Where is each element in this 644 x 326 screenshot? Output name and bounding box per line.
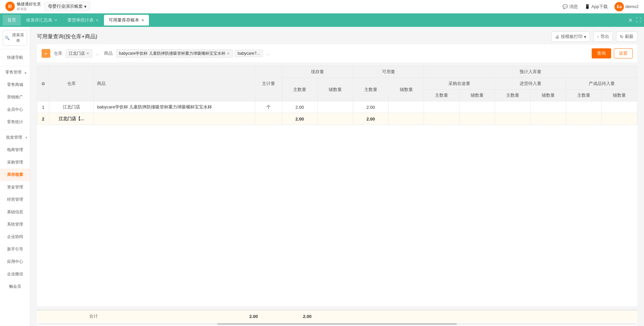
sidebar-item-ecommerce-label: 电商管理 [3,147,27,153]
tab-inventory-label: 可用量库存账本 [109,17,139,23]
th-unit: 主计量 [255,66,282,101]
sidebar-item-batch[interactable]: 批发管理 ▾ [0,131,30,144]
sidebar-item-system-label: 系统管理 [3,222,27,227]
store-name: 母婴行业演示账套 [48,3,83,9]
sidebar-item-retail[interactable]: 零售管理 ▲ [0,66,30,79]
refresh-label: 刷新 [625,34,634,40]
product-tag-1-close-icon[interactable]: ✕ [227,51,230,56]
top-bar-left: 好 畅捷通好生意 标准版 母婴行业演示账套 ▾ [5,2,90,11]
footer-avail-main: 2.00 [294,314,321,319]
filter-toggle-button[interactable]: » [42,49,50,58]
td-index-2: 2 [37,113,49,125]
tab-bar: 首页 收发存汇总表 ✕ 要货单统计表 ✕ 可用量库存账本 ✕ ✕ ⛶ [0,13,644,27]
settings-button[interactable]: 设置 [614,48,633,58]
tab-inventory[interactable]: 可用量库存账本 ✕ [104,15,149,26]
product-filter-dots[interactable]: ... [265,51,271,56]
message-btn[interactable]: 💬 消息 [562,4,578,10]
query-button[interactable]: 查询 [592,48,611,58]
sidebar-divider-1 [0,130,30,130]
tab-home[interactable]: 首页 [3,15,21,26]
sidebar-item-newguide[interactable]: 新手引导 [0,243,30,255]
sidebar-item-basic[interactable]: 基础信息 [0,206,30,218]
sidebar-item-retail-shop[interactable]: 零售商城 [0,79,30,91]
table-row: 2 江北门店【... 2.00 2.00 [37,113,637,125]
sidebar-item-ecommerce[interactable]: 电商管理 [0,144,30,156]
tab-collect[interactable]: 收发存汇总表 ✕ [21,15,62,26]
tab-bar-actions: ✕ ⛶ [628,17,641,24]
quick-nav-label: 快捷导航 [7,55,23,60]
close-window-icon[interactable]: ✕ [628,17,633,24]
td-warehouse-2: 江北门店【... [49,113,94,125]
th-finished-main: 主数量 [566,90,602,101]
product-tag-2[interactable]: babycare?... [235,50,263,57]
refresh-button[interactable]: ↻ 刷新 [616,32,637,42]
print-icon: 🖨 [555,34,559,39]
product-filter-label: 商品 [104,50,113,56]
td-warehouse-1: 江北门店 [49,101,94,113]
sidebar-item-finance[interactable]: 资金管理 [0,181,30,193]
tab-inventory-close-icon[interactable]: ✕ [141,18,144,22]
sidebar-item-purchase[interactable]: 采购管理 [0,156,30,169]
sidebar-section: 零售管理 ▲ 零售商城 营销推广 会员中心 零售统计 批发管理 ▾ 电商管理 [0,66,30,293]
export-label: 导出 [600,34,609,40]
th-finished: 产成品待入量 [566,78,637,90]
sidebar-item-retail-stat-label: 零售统计 [3,119,27,125]
product-tag-1-label: babycare学饮杯 儿童防摔防撞吸管杯重力球吸嘴杯宝宝水杯 [119,51,225,56]
sidebar-item-member[interactable]: 会员中心 [0,103,30,116]
search-menu-button[interactable]: 🔍 搜索菜单 [3,30,27,46]
sidebar-item-appcenter[interactable]: 应用中心 [0,255,30,268]
tab-collect-close-icon[interactable]: ✕ [54,18,57,22]
tab-collect-label: 收发存汇总表 [26,17,52,23]
th-product: 商品 [94,66,255,101]
batch-chevron-icon: ▾ [25,136,27,139]
export-button[interactable]: ↑ 导出 [593,32,613,42]
sidebar-item-marketing-label: 营销推广 [3,94,27,100]
print-button[interactable]: 🖨 按模板打印 ▾ [551,32,590,42]
table-header-row-1: ⚙ 仓库 商品 主计量 现存量 可用量 预计入库量 [37,66,637,78]
warehouse-tag-close-icon[interactable]: ✕ [86,51,89,56]
table-footer-wrapper: 合计 2.00 2.00 [37,310,637,322]
sidebar-item-inventory-mgr-label: 库存核算 [3,172,27,178]
message-label: 消息 [569,4,578,10]
sidebar-item-wechat[interactable]: 企业微信 [0,268,30,280]
td-avail-main-1: 2.00 [353,101,388,113]
warehouse-filter-dots[interactable]: ... [94,51,101,56]
export-icon: ↑ [597,34,599,39]
page-header: 可用量查询(按仓库+商品) 🖨 按模板打印 ▾ ↑ 导出 ↻ 刷新 [30,27,644,44]
sidebar-item-retail-stat[interactable]: 零售统计 [0,116,30,128]
app-download-btn[interactable]: 📱 App下载 [585,4,608,10]
sidebar-item-quick-nav[interactable]: 快捷导航 [0,52,30,63]
product-filter-tags: babycare学饮杯 儿童防摔防撞吸管杯重力球吸嘴杯宝宝水杯 ✕ babyca… [116,49,271,58]
store-selector[interactable]: 母婴行业演示账套 ▾ [44,2,90,11]
warehouse-tag-label: 江北门店 [69,51,85,56]
print-chevron-icon: ▾ [584,34,586,39]
th-stock-aux: 辅数量 [317,78,353,101]
th-settings: ⚙ [37,66,49,101]
sidebar-item-enterprise[interactable]: 企业协同 [0,231,30,243]
td-stock-main-2: 2.00 [282,113,317,125]
sidebar-item-vip[interactable]: 畅会员 [0,280,30,293]
user-area[interactable]: Ea demo2 [614,2,639,11]
tab-order-close-icon[interactable]: ✕ [96,18,99,22]
td-purchase-aux-1 [460,101,495,113]
search-menu-label: 搜索菜单 [11,32,25,44]
scrollbar-area [37,322,637,326]
sidebar-item-operation[interactable]: 经营管理 [0,193,30,206]
search-icon: 🔍 [5,36,10,40]
sidebar-item-inventory-mgr[interactable]: 库存核算 [0,169,30,181]
warehouse-tag-jiangbei[interactable]: 江北门店 ✕ [66,49,92,58]
td-finished-main-2 [566,113,602,125]
settings-icon[interactable]: ⚙ [41,81,45,86]
filter-toggle-icon: » [45,51,47,56]
app-download-label: App下载 [591,4,608,10]
sidebar-item-finance-label: 资金管理 [3,184,27,190]
th-avail: 可用量 [353,66,424,78]
sidebar-item-marketing[interactable]: 营销推广 [0,91,30,103]
scrollbar-thumb[interactable] [217,323,457,325]
sidebar-item-system[interactable]: 系统管理 [0,218,30,231]
tab-order[interactable]: 要货单统计表 ✕ [63,15,103,26]
sidebar-item-basic-label: 基础信息 [3,209,27,215]
expand-window-icon[interactable]: ⛶ [636,17,641,24]
product-tag-1[interactable]: babycare学饮杯 儿童防摔防撞吸管杯重力球吸嘴杯宝宝水杯 ✕ [116,49,233,58]
sidebar-item-retail-shop-label: 零售商城 [3,82,27,88]
